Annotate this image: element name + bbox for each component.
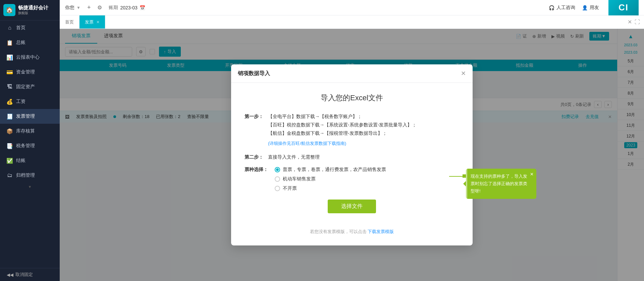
sidebar-item-label: 税务管理	[16, 143, 35, 149]
tooltip-arrow	[463, 181, 466, 186]
sidebar-item-label: 总账	[16, 40, 25, 46]
tooltip-text: 现在支持的票种多了，导入发票时别忘了选择正确的发票类型呀!	[471, 174, 527, 193]
step1-content: 【全电平台】数据下载→【税务数字账户】； 【百旺】税控盘数据下载→【系统设置-系…	[268, 112, 459, 148]
tax-icon: 📑	[7, 143, 13, 149]
tab-close-icon[interactable]: ✕	[96, 20, 100, 24]
radio-none-label: 不开票	[283, 185, 297, 191]
ticket-radio-group: 普票，专票，卷票，通行费发票，农产品销售发票 机动车销售发票 不开票	[275, 167, 386, 191]
settings-button[interactable]: ⚙	[97, 4, 102, 11]
consult-button[interactable]: 🎧 人工咨询	[549, 5, 575, 11]
sidebar-item-inventory[interactable]: 📦 库存核算	[0, 124, 60, 138]
step1-guide-link[interactable]: (详细操作见百旺/航信发票数据下载指南)	[268, 141, 346, 146]
radio-dot-general	[276, 168, 279, 171]
ledger-icon: 📋	[7, 40, 13, 46]
modal-close-button[interactable]: ✕	[461, 70, 466, 77]
tooltip-container: 现在支持的票种多了，导入发票时别忘了选择正确的发票类型呀! ✕	[449, 167, 536, 199]
radio-motor-label: 机动车销售发票	[283, 176, 316, 182]
sidebar-item-label: 工资	[16, 99, 25, 105]
sidebar-item-tax[interactable]: 📑 税务管理	[0, 138, 60, 153]
step1-label: 第一步：	[245, 112, 265, 148]
company-name: 你您	[65, 5, 74, 11]
tab-home[interactable]: 首页	[60, 15, 79, 29]
tooltip-bubble: 现在支持的票种多了，导入发票时别忘了选择正确的发票类型呀! ✕	[466, 169, 536, 199]
tooltip-close-button[interactable]: ✕	[530, 171, 534, 178]
logo-icon: 🏠	[3, 4, 15, 16]
modal-body: 导入您的Excel文件 第一步： 【全电平台】数据下载→【税务数字账户】； 【百…	[231, 83, 473, 223]
invoice-icon: 🧾	[7, 113, 13, 119]
logo-text-block: 畅捷通好会计 旗舰版	[18, 5, 48, 15]
assets-icon: 🏗	[7, 84, 13, 90]
topbar-right: 🎧 人工咨询 👤 用友 CI	[549, 0, 639, 15]
content-area: 销项发票 进项发票 📄 证 ⊕ 新增	[60, 29, 644, 281]
logo-title: 畅捷通好会计	[18, 5, 48, 11]
radio-general[interactable]: 普票，专票，卷票，通行费发票，农产品销售发票	[275, 167, 386, 173]
download-template-link[interactable]: 下载发票模版	[368, 229, 394, 234]
consult-label: 人工咨询	[556, 5, 575, 11]
sidebar-item-assets[interactable]: 🏗 固定资产	[0, 79, 60, 94]
salary-icon: 💰	[7, 99, 13, 105]
headset-icon: 🎧	[549, 5, 554, 10]
modal-main-title: 导入您的Excel文件	[245, 93, 459, 103]
radio-none[interactable]: 不开票	[275, 185, 386, 191]
sidebar-item-settle[interactable]: ✅ 结账	[0, 153, 60, 168]
inventory-icon: 📦	[7, 128, 13, 134]
sidebar-item-label: 资金管理	[16, 69, 35, 75]
modal-header: 销项数据导入 ✕	[231, 64, 473, 83]
step2-text: 直接导入文件，无需整理	[268, 154, 320, 160]
step1-link-row: (详细操作见百旺/航信发票数据下载指南)	[268, 139, 459, 148]
sidebar-item-label: 首页	[16, 25, 25, 31]
user-button[interactable]: 👤 用友	[582, 5, 599, 11]
reports-icon: 📊	[7, 54, 13, 60]
radio-general-label: 普票，专票，卷票，通行费发票，农产品销售发票	[283, 167, 386, 173]
tab-home-label: 首页	[65, 19, 74, 25]
archive-icon: 🗂	[7, 172, 13, 178]
step1-line-1: 【全电平台】数据下载→【税务数字账户】；	[268, 112, 459, 121]
radio-motor[interactable]: 机动车销售发票	[275, 176, 386, 182]
period-value: 2023-03	[120, 5, 137, 10]
sidebar-item-label: 归档管理	[16, 172, 35, 178]
step2-label: 第二步：	[245, 153, 265, 161]
ticket-select-label: 票种选择：	[245, 167, 271, 173]
radio-circle-none	[275, 186, 280, 191]
step2-content: 直接导入文件，无需整理	[268, 153, 459, 161]
sidebar-item-label: 结账	[16, 158, 25, 164]
sidebar-item-reports[interactable]: 📊 云报表中心	[0, 50, 60, 65]
tab-invoice[interactable]: 发票 ✕	[79, 15, 105, 29]
ticket-select-row: 票种选择： 普票，专票，卷票，通行费发票，农产品销售发票	[245, 167, 459, 191]
cancel-fixed-button[interactable]: ◀◀ 取消固定	[0, 268, 60, 281]
sidebar-item-home[interactable]: ⌂ 首页	[0, 20, 60, 35]
tabs-bar: 首页 发票 ✕ ✕ ⛶	[60, 15, 644, 29]
sidebar-item-salary[interactable]: 💰 工资	[0, 94, 60, 109]
sidebar-item-funds[interactable]: 💳 资金管理	[0, 65, 60, 79]
cancel-label: 取消固定	[15, 272, 33, 278]
sidebar-item-label: 库存核算	[16, 128, 35, 134]
sidebar-item-archive[interactable]: 🗂 归档管理	[0, 168, 60, 183]
chevron-down-icon: ▼	[76, 5, 80, 10]
user-icon: 👤	[582, 5, 588, 10]
select-file-button[interactable]: 选择文件	[328, 200, 376, 213]
home-icon: ⌂	[7, 25, 13, 31]
sidebar-item-ledger[interactable]: 📋 总账	[0, 35, 60, 50]
step2-row: 第二步： 直接导入文件，无需整理	[245, 153, 459, 161]
cancel-icon: ◀◀	[7, 272, 13, 277]
add-button[interactable]: +	[86, 3, 92, 12]
radio-circle-motor	[275, 176, 280, 182]
window-close-icon[interactable]: ✕	[628, 19, 632, 25]
tab-invoice-label: 发票	[85, 19, 94, 25]
sidebar-item-label: 云报表中心	[16, 54, 40, 60]
window-maximize-icon[interactable]: ⛶	[635, 19, 640, 25]
step1-line-3: 【航信】金税盘数据下载→【报税管理-发票数据导出】；	[268, 129, 459, 137]
logo-subtitle: 旗舰版	[18, 11, 48, 15]
footer-text: 若您没有发票模版，可以点击	[310, 229, 367, 234]
app-logo: 🏠 畅捷通好会计 旗舰版	[0, 0, 60, 20]
modal-footer: 若您没有发票模版，可以点击 下载发票模版	[231, 223, 473, 240]
sidebar-scroll-down: ▼	[0, 183, 60, 191]
main-area: 你您 ▼ + ⚙ 账期 2023-03 📅 🎧 人工咨询 👤 用友	[60, 0, 644, 281]
funds-icon: 💳	[7, 69, 13, 75]
user-label: 用友	[590, 5, 599, 11]
company-selector[interactable]: 你您 ▼	[65, 5, 80, 11]
period-display: 账期 2023-03 📅	[109, 5, 145, 11]
settle-icon: ✅	[7, 158, 13, 164]
sidebar-item-invoice[interactable]: 🧾 发票管理	[0, 109, 60, 124]
step1-line-2: 【百旺】税控盘数据下载→【系统设置-系统参数设置-发票批量导入】；	[268, 121, 459, 129]
